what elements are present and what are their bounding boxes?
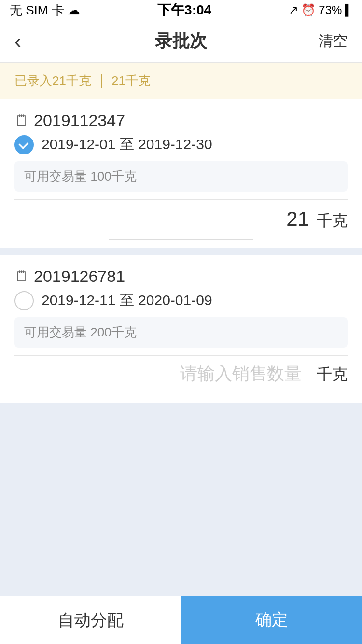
bottom-bar: 自动分配 确定	[0, 596, 362, 644]
batch2-date-range: 2019-12-11 至 2020-01-09	[42, 291, 212, 310]
info-bar: 已录入21千克 21千克	[0, 63, 362, 99]
batch2-unit: 千克	[317, 364, 348, 385]
batch2-available-qty: 可用交易量 200千克	[14, 317, 348, 348]
clear-button[interactable]: 清空	[319, 31, 348, 51]
status-bar: 无 SIM 卡 ☁ 下午3:04 ↗ ⏰ 73% ▌	[0, 0, 362, 20]
info-divider	[101, 74, 102, 88]
back-button[interactable]: ‹	[14, 30, 43, 53]
batch2-input-row[interactable]: 千克	[0, 356, 362, 393]
battery-text: 73%	[319, 3, 342, 17]
alarm-icon: ⏰	[301, 3, 316, 17]
batch1-available-qty: 可用交易量 100千克	[14, 161, 348, 192]
batch1-id: 2019112347	[34, 111, 125, 130]
batch2-id-icon: 🗒	[14, 268, 29, 285]
sim-text: 无 SIM 卡 ☁	[10, 2, 80, 19]
status-bar-right: ↗ ⏰ 73% ▌	[289, 3, 352, 17]
total-qty-text: 21千克	[111, 72, 151, 89]
batch1-radio[interactable]	[14, 135, 34, 154]
batch2-id: 2019126781	[34, 267, 125, 286]
batch1-id-icon: 🗒	[14, 112, 29, 129]
status-bar-left: 无 SIM 卡 ☁	[10, 2, 80, 19]
status-time: 下午3:04	[157, 1, 211, 19]
batch1-qty-unit: 千克	[317, 210, 348, 232]
nav-bar: ‹ 录批次 清空	[0, 20, 362, 63]
confirm-button[interactable]: 确定	[181, 596, 362, 644]
batch-card-1: 🗒 2019112347 2019-12-01 至 2019-12-30 可用交…	[0, 99, 362, 248]
batch2-radio[interactable]	[14, 291, 34, 310]
batch1-date-range: 2019-12-01 至 2019-12-30	[42, 135, 212, 154]
batch1-qty-value: 21	[286, 208, 309, 231]
arrow-icon: ↗	[289, 3, 298, 17]
section-divider	[0, 248, 362, 255]
batch1-qty-row: 21 千克	[0, 200, 362, 239]
page-title: 录批次	[155, 29, 207, 53]
auto-distribute-button[interactable]: 自动分配	[0, 596, 181, 644]
recorded-qty-text: 已录入21千克	[14, 72, 91, 89]
battery-icon: ▌	[345, 4, 352, 16]
batch-card-2: 🗒 2019126781 2019-12-11 至 2020-01-09 可用交…	[0, 255, 362, 403]
batch2-qty-input[interactable]	[164, 364, 309, 384]
